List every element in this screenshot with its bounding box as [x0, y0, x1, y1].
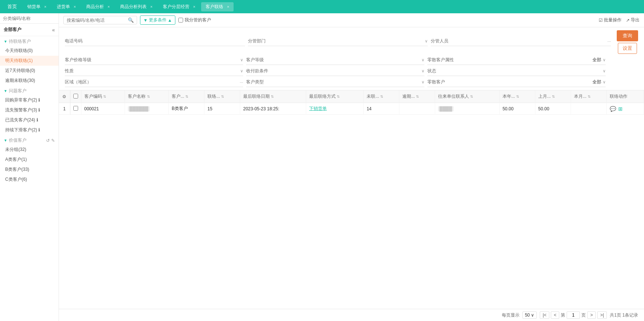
- refresh-icon[interactable]: ↺: [46, 138, 50, 143]
- row-num-col: [70, 103, 81, 115]
- sort-method-icon[interactable]: ⇅: [337, 94, 340, 99]
- sort-contact-icon[interactable]: ⇅: [221, 94, 224, 99]
- sidebar-item-overdue[interactable]: 逾期未联络(30): [0, 76, 59, 86]
- row-checkbox[interactable]: [73, 106, 78, 111]
- sort-type-icon[interactable]: ⇅: [185, 94, 188, 99]
- filter-phone-label: 电话号码: [65, 38, 87, 44]
- my-customers-check[interactable]: 我分管的客户: [178, 17, 211, 23]
- sidebar-search-input[interactable]: [3, 16, 58, 21]
- filter-retail-select[interactable]: 全部 ∨: [456, 57, 606, 63]
- last-page-btn[interactable]: >|: [597, 311, 607, 319]
- nav-customer-segment[interactable]: 客户分层经营 ×: [158, 2, 200, 11]
- nav-sales[interactable]: 销货单 ×: [23, 2, 51, 11]
- col-last-contact-date: 最后联络日期 ⇅: [240, 90, 306, 103]
- grid-icon[interactable]: ⊞: [618, 106, 623, 112]
- batch-ops-label: 批量操作: [604, 17, 622, 23]
- page-nav: |< < 第 页 > >|: [540, 311, 607, 319]
- close-product-analysis-icon[interactable]: ×: [108, 4, 110, 9]
- filter-retail-customer-select[interactable]: 全部 ∨: [452, 79, 606, 85]
- per-page-label: 每页显示: [502, 312, 519, 318]
- nav-product-analysis-list[interactable]: 商品分析列表 ×: [116, 2, 157, 11]
- page-size-select[interactable]: 50 ∨: [522, 311, 537, 319]
- sidebar-item-ungrouped[interactable]: 未分组(32): [0, 145, 59, 155]
- row-overdue: [399, 103, 435, 115]
- sidebar-item-b-class[interactable]: B类客户(33): [0, 165, 59, 175]
- page-input[interactable]: [567, 311, 580, 319]
- row-code: 000021: [81, 103, 125, 115]
- batch-ops-btn[interactable]: ☑ 批量操作: [599, 17, 622, 23]
- filter-nature-select[interactable]: ∨: [89, 69, 243, 73]
- sort-year-icon[interactable]: ⇅: [516, 94, 519, 99]
- close-sales-icon[interactable]: ×: [44, 4, 46, 9]
- filter-status-select[interactable]: ∨: [452, 69, 606, 73]
- search-submit-icon[interactable]: 🔍: [128, 17, 134, 23]
- filter-manager-select[interactable]: ···: [455, 39, 611, 44]
- region-more-icon[interactable]: ···: [240, 80, 243, 84]
- edit-icon[interactable]: ✎: [51, 138, 55, 143]
- sort-date-icon[interactable]: ⇅: [271, 94, 274, 99]
- sort-lastmonth-icon[interactable]: ⇅: [552, 94, 555, 99]
- sort-unit-icon[interactable]: ⇅: [470, 94, 473, 99]
- nav-customer-contact[interactable]: 客户联络 ×: [201, 2, 234, 11]
- close-purchase-icon[interactable]: ×: [74, 4, 76, 9]
- filter-payment-select[interactable]: ∨: [270, 69, 424, 73]
- sidebar-item-repurchase[interactable]: 回购异常客户(2) ℹ: [0, 95, 59, 105]
- retail-arrow-icon: ∨: [603, 58, 606, 62]
- sort-name-icon[interactable]: ⇅: [147, 94, 150, 99]
- sort-nocontact-icon[interactable]: ⇅: [380, 94, 383, 99]
- filter-payment-label: 收付款条件: [246, 68, 268, 74]
- collapse-icon[interactable]: «: [52, 27, 55, 33]
- nav-product-analysis[interactable]: 商品分析 ×: [82, 2, 114, 11]
- search-input[interactable]: [67, 18, 128, 23]
- filter-dept-select[interactable]: ∨: [272, 39, 428, 44]
- filter-phone-input[interactable]: [89, 39, 245, 44]
- filter-type-select[interactable]: ∨: [270, 80, 424, 84]
- prev-page-btn[interactable]: <: [551, 311, 559, 319]
- nav-purchase[interactable]: 进货单 ×: [52, 2, 80, 11]
- col-settings[interactable]: ⚙: [59, 90, 70, 103]
- setting-btn[interactable]: 设置: [618, 43, 637, 54]
- filter-region: 区域（地区） ···: [65, 79, 243, 87]
- section-value-customers: ▼ 价值客户 ↺ ✎: [0, 135, 59, 145]
- footer: 每页显示 50 ∨ |< < 第 页 > >| 共1页 1条记录: [59, 309, 644, 321]
- sidebar-item-c-class[interactable]: C类客户(6): [0, 175, 59, 184]
- filter-region-select[interactable]: ···: [94, 80, 243, 84]
- select-all-checkbox[interactable]: [73, 94, 78, 99]
- col-no-contact: 未联... ⇅: [364, 90, 399, 103]
- first-page-btn[interactable]: |<: [540, 311, 549, 319]
- sort-thismonth-icon[interactable]: ⇅: [588, 94, 591, 99]
- section-value-label: 价值客户: [9, 137, 27, 144]
- filter-payment: 收付款条件 ∨: [246, 68, 424, 76]
- my-customers-checkbox[interactable]: [178, 18, 183, 23]
- contact-method-link[interactable]: 下销货单: [309, 106, 327, 111]
- sidebar-item-tomorrow[interactable]: 明天待联络(1): [0, 56, 59, 66]
- filter-price-select[interactable]: ∨: [94, 58, 243, 62]
- sidebar-item-churned[interactable]: 已流失客户(24) ℹ: [0, 115, 59, 125]
- filter-level-select[interactable]: ∨: [270, 58, 424, 62]
- col-checkbox[interactable]: [70, 90, 81, 103]
- sidebar-item-today[interactable]: 今天待联络(0): [0, 46, 59, 56]
- customer-table: ⚙ 客户编码 ⇅ 客户名称 ⇅ 客户... ⇅ 联络... ⇅ 最后联络日期 ⇅…: [59, 90, 644, 115]
- close-segment-icon[interactable]: ×: [193, 4, 195, 9]
- sidebar-item-7days[interactable]: 近7天待联络(0): [0, 66, 59, 76]
- nav-home[interactable]: 首页: [3, 2, 21, 11]
- next-page-btn[interactable]: >: [587, 311, 596, 319]
- sidebar-item-churn-warning[interactable]: 流失预警客户(3) ℹ: [0, 105, 59, 115]
- sort-code-icon[interactable]: ⇅: [103, 94, 106, 99]
- filter-status-label: 状态: [427, 68, 449, 74]
- close-contact-icon[interactable]: ×: [227, 4, 229, 9]
- sort-overdue-icon[interactable]: ⇅: [416, 94, 419, 99]
- message-icon[interactable]: 💬: [610, 106, 616, 112]
- close-product-list-icon[interactable]: ×: [150, 4, 153, 9]
- export-btn[interactable]: ↗ 导出: [626, 17, 640, 23]
- all-customers-header[interactable]: 全部客户 «: [0, 24, 59, 36]
- section-pending-contact: ▼ 待联络客户: [0, 36, 59, 46]
- sidebar-item-a-class[interactable]: A类客户(1): [0, 155, 59, 165]
- table-area: ⚙ 客户编码 ⇅ 客户名称 ⇅ 客户... ⇅ 联络... ⇅ 最后联络日期 ⇅…: [59, 90, 644, 309]
- more-conditions-btn[interactable]: ▼ 更多条件 ▲: [140, 15, 175, 25]
- sidebar-item-declining[interactable]: 持续下滑客户(2) ℹ: [0, 125, 59, 135]
- filter-retail-label: 零散客户属性: [427, 57, 454, 63]
- manager-more-icon[interactable]: ···: [608, 39, 611, 44]
- sidebar: 🔍 全部客户 « ▼ 待联络客户 今天待联络(0) 明天待联络(1) 近7天待联…: [0, 13, 59, 321]
- query-btn[interactable]: 查询: [617, 30, 638, 41]
